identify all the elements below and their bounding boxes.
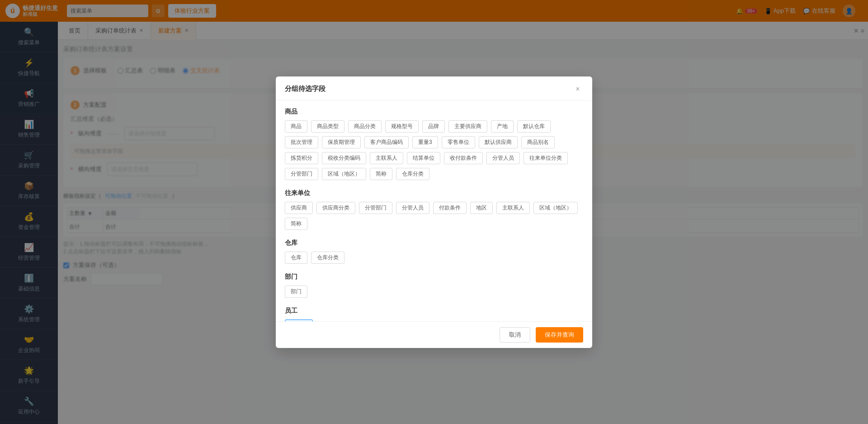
field-tag[interactable]: 部门 xyxy=(285,286,307,298)
field-tag[interactable]: 税收分类编码 xyxy=(322,152,366,164)
field-tag[interactable]: 仓库 xyxy=(285,252,307,264)
field-tag[interactable]: 付款条件 xyxy=(433,202,467,214)
section-product-title: 商品 xyxy=(285,108,583,116)
section-counterparty-title: 往来单位 xyxy=(285,189,583,197)
field-tag[interactable]: 区域（地区） xyxy=(533,202,578,214)
section-warehouse-title: 仓库 xyxy=(285,239,583,247)
field-tag[interactable]: 主联系人 xyxy=(496,202,530,214)
modal-cancel-button[interactable]: 取消 xyxy=(500,327,530,343)
product-tags: 商品 商品类型 商品分类 规格型号 品牌 主要供应商 产地 默认仓库 批次管理 … xyxy=(285,120,583,180)
field-tag[interactable]: 简称 xyxy=(285,218,307,230)
field-tag[interactable]: 主联系人 xyxy=(370,152,403,164)
field-tag[interactable]: 主要供应商 xyxy=(448,120,487,133)
field-tag[interactable]: 品牌 xyxy=(422,120,445,133)
field-tag[interactable]: 批次管理 xyxy=(285,136,318,148)
modal-body: 商品 商品 商品类型 商品分类 规格型号 品牌 主要供应商 产地 默认仓库 批次… xyxy=(276,100,592,321)
field-tag[interactable]: 往来单位分类 xyxy=(524,152,568,164)
section-employee: 员工 业务员 xyxy=(285,307,583,321)
field-select-modal: 分组待选字段 × 商品 商品 商品类型 商品分类 规格型号 品牌 主要供应商 产… xyxy=(276,76,592,348)
field-tag[interactable]: 重量3 xyxy=(412,136,438,148)
field-tag[interactable]: 分管人员 xyxy=(486,152,520,164)
section-employee-title: 员工 xyxy=(285,307,583,315)
warehouse-tags: 仓库 仓库分类 xyxy=(285,252,583,264)
section-warehouse: 仓库 仓库 仓库分类 xyxy=(285,239,583,264)
modal-footer: 取消 保存并查询 xyxy=(276,321,592,348)
field-tag[interactable]: 默认仓库 xyxy=(517,120,551,133)
field-tag[interactable]: 收付款条件 xyxy=(444,152,483,164)
field-tag[interactable]: 仓库分类 xyxy=(311,252,344,264)
field-tag[interactable]: 地区 xyxy=(470,202,493,214)
field-tag[interactable]: 商品类型 xyxy=(311,120,344,133)
modal-close-button[interactable]: × xyxy=(572,84,583,95)
counterparty-tags: 供应商 供应商分类 分管部门 分管人员 付款条件 地区 主联系人 区域（地区） … xyxy=(285,202,583,230)
department-tags: 部门 xyxy=(285,286,583,298)
field-tag[interactable]: 保质期管理 xyxy=(322,136,361,148)
field-tag[interactable]: 产地 xyxy=(491,120,514,133)
field-tag[interactable]: 结算单位 xyxy=(407,152,440,164)
section-counterparty: 往来单位 供应商 供应商分类 分管部门 分管人员 付款条件 地区 主联系人 区域… xyxy=(285,189,583,230)
field-tag[interactable]: 供应商 xyxy=(285,202,313,214)
field-tag[interactable]: 仓库分类 xyxy=(396,168,429,180)
field-tag[interactable]: 区域（地区） xyxy=(322,168,366,180)
field-tag[interactable]: 零售单位 xyxy=(442,136,475,148)
field-tag[interactable]: 商品 xyxy=(285,120,307,133)
modal-overlay: 分组待选字段 × 商品 商品 商品类型 商品分类 规格型号 品牌 主要供应商 产… xyxy=(0,0,868,424)
modal-header: 分组待选字段 × xyxy=(276,76,592,100)
field-tag[interactable]: 默认供应商 xyxy=(479,136,518,148)
field-tag[interactable]: 供应商分类 xyxy=(316,202,355,214)
field-tag[interactable]: 简称 xyxy=(370,168,392,180)
field-tag[interactable]: 分管部门 xyxy=(359,202,392,214)
section-product: 商品 商品 商品类型 商品分类 规格型号 品牌 主要供应商 产地 默认仓库 批次… xyxy=(285,108,583,180)
field-tag[interactable]: 拣货积分 xyxy=(285,152,318,164)
field-tag[interactable]: 商品分类 xyxy=(348,120,382,133)
modal-confirm-button[interactable]: 保存并查询 xyxy=(536,327,583,343)
field-tag[interactable]: 分管部门 xyxy=(285,168,318,180)
field-tag[interactable]: 规格型号 xyxy=(385,120,419,133)
field-tag[interactable]: 商品别名 xyxy=(521,136,555,148)
field-tag[interactable]: 分管人员 xyxy=(396,202,429,214)
field-tag[interactable]: 客户商品编码 xyxy=(364,136,409,148)
section-department-title: 部门 xyxy=(285,273,583,281)
section-department: 部门 部门 xyxy=(285,273,583,298)
modal-title: 分组待选字段 xyxy=(285,85,326,93)
